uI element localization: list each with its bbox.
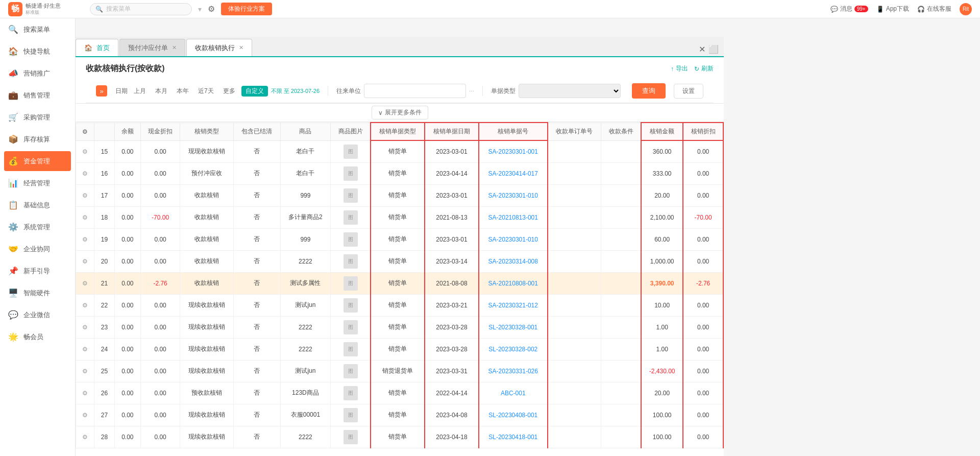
date-btn-7days[interactable]: 近7天 — [195, 86, 217, 97]
cell-settings[interactable]: ⚙ — [76, 184, 94, 206]
cell-settings[interactable]: ⚙ — [76, 140, 94, 162]
close-window-icon[interactable]: ✕ — [699, 44, 705, 54]
sidebar-item-business[interactable]: 📊 经营管理 — [0, 172, 75, 194]
cell-settings[interactable]: ⚙ — [76, 382, 94, 404]
cell-product: 测试jun — [280, 360, 331, 382]
filter-expand-btn[interactable]: » — [96, 85, 107, 97]
cell-verify-doc-no[interactable]: SL-20230408-001 — [479, 404, 548, 426]
cell-verify-doc-no[interactable]: SA-20230301-001 — [479, 140, 548, 162]
cell-settings[interactable]: ⚙ — [76, 316, 94, 338]
date-btn-more[interactable]: 更多 — [220, 86, 238, 97]
tab-collection-verify[interactable]: 收款核销执行 ✕ — [186, 39, 252, 56]
doc-no-link[interactable]: SA-20230301-010 — [488, 236, 538, 243]
cell-verify-doc-no[interactable]: SA-20230321-012 — [479, 294, 548, 316]
voucher-type-select[interactable] — [519, 84, 621, 98]
cell-settings[interactable]: ⚙ — [76, 338, 94, 360]
cell-settings[interactable]: ⚙ — [76, 272, 94, 294]
doc-no-link[interactable]: SA-20230301-010 — [488, 192, 538, 199]
sidebar-item-purchase[interactable]: 🛒 采购管理 — [0, 106, 75, 128]
th-settings[interactable]: ⚙ — [76, 123, 94, 140]
cell-settings[interactable]: ⚙ — [76, 426, 94, 448]
expand-more-btn[interactable]: ∨ 展开更多条件 — [372, 106, 428, 119]
cell-verify-doc-no[interactable]: SA-20230331-026 — [479, 360, 548, 382]
industry-btn[interactable]: 体验行业方案 — [221, 3, 272, 15]
gear-icon[interactable]: ⚙ — [208, 4, 215, 14]
cell-verify-discount: 0.00 — [683, 404, 723, 426]
th-verify-doc-no: 核销单据号 — [479, 123, 548, 140]
doc-no-link[interactable]: SA-20230331-026 — [488, 368, 538, 375]
partner-input[interactable] — [364, 84, 466, 98]
cell-verify-doc-date: 2023-03-21 — [425, 294, 479, 316]
doc-no-link[interactable]: SA-20210808-001 — [488, 280, 538, 287]
sidebar-item-system[interactable]: ⚙️ 系统管理 — [0, 216, 75, 238]
tab-home[interactable]: 🏠 首页 — [76, 39, 118, 56]
doc-no-link[interactable]: SA-20230314-008 — [488, 258, 538, 265]
cell-verify-doc-no[interactable]: SL-20230328-002 — [479, 338, 548, 360]
sidebar-item-quicknav[interactable]: 🏠 快捷导航 — [0, 40, 75, 62]
doc-no-link[interactable]: SL-20230418-001 — [488, 434, 537, 441]
doc-no-link[interactable]: SL-20230408-001 — [488, 412, 537, 419]
online-support-area[interactable]: 🎧 在线客服 — [917, 5, 951, 13]
cell-settings[interactable]: ⚙ — [76, 294, 94, 316]
tab-prepay[interactable]: 预付冲应付单 ✕ — [119, 39, 185, 56]
maximize-icon[interactable]: ⬜ — [708, 44, 719, 54]
cell-settings[interactable]: ⚙ — [76, 360, 94, 382]
doc-no-link[interactable]: SA-20210813-001 — [488, 214, 538, 221]
avatar[interactable]: Rit — [960, 3, 972, 15]
search-menu-area[interactable]: 🔍 搜索菜单 — [90, 3, 192, 15]
cell-settings[interactable]: ⚙ — [76, 228, 94, 250]
cell-verify-doc-no[interactable]: SL-20230328-001 — [479, 316, 548, 338]
doc-no-link[interactable]: SL-20230328-002 — [488, 346, 537, 353]
member-icon: 🌟 — [8, 332, 18, 342]
date-btn-custom[interactable]: 自定义 — [241, 86, 268, 97]
sidebar-item-inventory[interactable]: 📦 库存核算 — [0, 128, 75, 150]
chevron-down-icon: ∨ — [378, 109, 383, 116]
cell-verify-doc-no[interactable]: SA-20230414-017 — [479, 162, 548, 184]
cell-verify-doc-no[interactable]: SA-20210813-001 — [479, 206, 548, 228]
tab-collection-close[interactable]: ✕ — [239, 44, 243, 51]
doc-no-link[interactable]: ABC-001 — [501, 390, 526, 397]
sidebar-item-member[interactable]: 🌟 畅会员 — [0, 326, 75, 348]
cell-verify-doc-no[interactable]: SL-20230418-001 — [479, 426, 548, 448]
sidebar-item-hardware[interactable]: 🖥️ 智能硬件 — [0, 282, 75, 304]
sidebar-item-newbie[interactable]: 📌 新手引导 — [0, 260, 75, 282]
sidebar-item-wechat[interactable]: 💬 企业微信 — [0, 304, 75, 326]
cell-settings[interactable]: ⚙ — [76, 404, 94, 426]
app-download-area[interactable]: 📱 App下载 — [876, 5, 909, 13]
cell-verify-doc-no[interactable]: ABC-001 — [479, 382, 548, 404]
cell-cash-discount: 0.00 — [140, 228, 180, 250]
cell-verify-type: 收款核销 — [180, 206, 234, 228]
sidebar-item-sales[interactable]: 💼 销售管理 — [0, 84, 75, 106]
cell-verify-doc-no[interactable]: SA-20230301-010 — [479, 228, 548, 250]
sidebar-item-marketing[interactable]: 📣 营销推广 — [0, 62, 75, 84]
table-container[interactable]: ⚙ 余额 现金折扣 核销类型 包含已结清 商品 商品图片 核销单据类型 核销单据… — [76, 122, 724, 456]
notification-area[interactable]: 💬 消息 99+ — [830, 5, 868, 13]
doc-no-link[interactable]: SL-20230328-001 — [488, 324, 537, 331]
cell-included-settled: 否 — [234, 294, 280, 316]
tab-prepay-close[interactable]: ✕ — [172, 44, 177, 51]
sidebar-item-search[interactable]: 🔍 搜索菜单 — [0, 18, 75, 40]
cell-product: 2222 — [280, 250, 331, 272]
doc-no-link[interactable]: SA-20230321-012 — [488, 302, 538, 309]
settings-btn[interactable]: 设置 — [674, 84, 703, 99]
cell-settings[interactable]: ⚙ — [76, 162, 94, 184]
doc-no-link[interactable]: SA-20230301-001 — [488, 148, 538, 155]
query-btn[interactable]: 查询 — [632, 83, 666, 99]
doc-no-link[interactable]: SA-20230414-017 — [488, 170, 538, 177]
date-btn-last-month[interactable]: 上月 — [131, 86, 149, 97]
cell-settings[interactable]: ⚙ — [76, 206, 94, 228]
sidebar-item-enterprise[interactable]: 🤝 企业协同 — [0, 238, 75, 260]
export-btn[interactable]: ↑ 导出 — [671, 64, 688, 73]
date-btn-this-month[interactable]: 本月 — [152, 86, 170, 97]
cell-verify-doc-no[interactable]: SA-20230301-010 — [479, 184, 548, 206]
sidebar-item-basic[interactable]: 📋 基础信息 — [0, 194, 75, 216]
cell-product-image: 图 — [331, 382, 371, 404]
refresh-btn[interactable]: ↻ 刷新 — [694, 64, 714, 73]
cell-verify-doc-no[interactable]: SA-20210808-001 — [479, 272, 548, 294]
cell-row-num: 22 — [94, 294, 115, 316]
cell-verify-doc-no[interactable]: SA-20230314-008 — [479, 250, 548, 272]
sidebar-item-finance[interactable]: 💰 资金管理 — [4, 151, 71, 171]
cell-verify-amount: 20.00 — [641, 382, 683, 404]
date-btn-this-year[interactable]: 本年 — [174, 86, 192, 97]
cell-settings[interactable]: ⚙ — [76, 250, 94, 272]
